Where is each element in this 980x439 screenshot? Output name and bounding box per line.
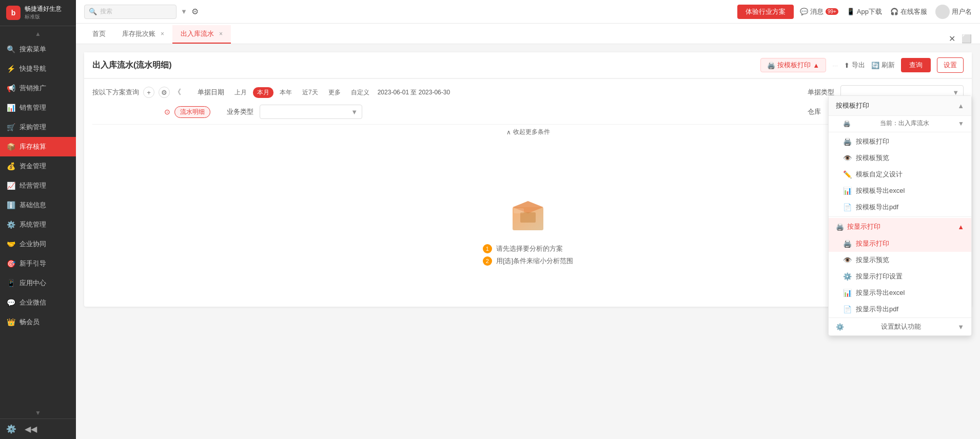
quick-icon: ⚡	[6, 65, 15, 73]
dropdown-preview-icon: 👁️	[843, 154, 852, 162]
topbar-search-box[interactable]: 🔍 搜索	[84, 5, 177, 19]
user-avatar-item[interactable]: 用户名	[935, 5, 972, 19]
collapse-sidebar-icon[interactable]: ◀◀	[25, 424, 37, 434]
sidebar-item-member[interactable]: 👑 畅会员	[0, 312, 76, 332]
date-tab-7days[interactable]: 近7天	[298, 87, 322, 98]
tag-icon: ⊙	[164, 108, 170, 116]
template-print-chevron: ▲	[813, 62, 819, 69]
system-icon: ⚙️	[6, 221, 15, 229]
sidebar-item-label: 搜索菜单	[19, 45, 46, 54]
app-download-item[interactable]: 📱 App下载	[847, 7, 882, 16]
tab-inout-close-icon[interactable]: ×	[219, 30, 223, 37]
tab-inout-flow[interactable]: 出入库流水 ×	[172, 25, 231, 44]
dropdown-item-label: 按显示预览	[856, 255, 889, 265]
dropdown-printer-icon: 🖨️	[843, 137, 852, 146]
query-button[interactable]: 查询	[901, 58, 931, 72]
main-area: 🔍 搜索 ▼ ⚙ 体验行业方案 💬 消息 99+ 📱 App下载 🎧 在线客服	[76, 0, 980, 439]
dropdown-collapse-icon[interactable]: ▲	[957, 102, 964, 110]
sidebar-item-apps[interactable]: 📱 应用中心	[0, 273, 76, 293]
dropdown-item-template-custom[interactable]: ✏️ 模板自定义设计	[829, 166, 971, 183]
empty-steps: 1 请先选择要分析的方案 2 用[选]条件来缩小分析范围	[483, 244, 573, 266]
filter-tag[interactable]: 流水明细	[174, 106, 210, 118]
refresh-button[interactable]: 🔄 刷新	[871, 61, 895, 70]
headphone-icon: 🎧	[890, 8, 898, 15]
sidebar-item-system[interactable]: ⚙️ 系统管理	[0, 215, 76, 234]
sidebar-item-wechat[interactable]: 💬 企业微信	[0, 293, 76, 312]
export-button[interactable]: ⬆ 导出	[844, 61, 865, 70]
settings-bottom-icon[interactable]: ⚙️	[6, 424, 16, 434]
add-filter-button[interactable]: +	[143, 87, 154, 98]
dropdown-item-template-export-pdf[interactable]: 📄 按模板导出pdf	[829, 199, 971, 215]
dropdown-item-template-preview[interactable]: 👁️ 按模板预览	[829, 150, 971, 166]
dropdown-display-pdf-icon: 📄	[843, 305, 852, 313]
dropdown-item-display-print[interactable]: 🖨️ 按显示打印	[829, 235, 971, 252]
sidebar-item-inventory[interactable]: 📦 库存核算	[0, 137, 76, 156]
topbar-dropdown-icon[interactable]: ▼	[181, 8, 187, 15]
settings-button[interactable]: 设置	[937, 57, 964, 73]
sidebar-item-finance[interactable]: 💰 资金管理	[0, 156, 76, 176]
sidebar-item-basic[interactable]: ℹ️ 基础信息	[0, 195, 76, 215]
sidebar-item-guide[interactable]: 🎯 新手引导	[0, 254, 76, 273]
business-type-dropdown[interactable]: ▼	[260, 105, 362, 119]
sidebar-item-label: 新手引导	[19, 259, 46, 268]
avatar	[935, 5, 950, 19]
export-icon: ⬆	[844, 62, 850, 69]
sales-icon: 📊	[6, 104, 15, 112]
printer-small-icon: 🖨️	[843, 120, 851, 127]
sidebar-item-quick[interactable]: ⚡ 快捷导航	[0, 59, 76, 78]
date-tab-more[interactable]: 更多	[324, 87, 345, 98]
topbar-gear-icon[interactable]: ⚙	[191, 7, 199, 16]
scroll-up-indicator: ▲	[0, 28, 76, 39]
date-tab-this-year[interactable]: 本年	[276, 87, 296, 98]
tabs-close-all-btn[interactable]: ✕	[949, 34, 955, 44]
date-tab-this-month[interactable]: 本月	[253, 87, 273, 98]
dropdown-item-display-export-pdf[interactable]: 📄 按显示导出pdf	[829, 301, 971, 317]
dropdown-item-template-print[interactable]: 🖨️ 按模板打印	[829, 133, 971, 150]
tabs-expand-btn[interactable]: ⬜	[962, 34, 972, 44]
display-printer-icon: 🖨️	[836, 223, 844, 231]
sidebar-item-search[interactable]: 🔍 搜索菜单	[0, 39, 76, 59]
filter-collapse-icon[interactable]: 《	[174, 88, 181, 97]
dropdown-current-item[interactable]: 🖨️ 当前：出入库流水 ▼	[829, 116, 971, 131]
sidebar-item-label: 系统管理	[19, 220, 46, 229]
dropdown-divider-1	[829, 132, 971, 132]
date-tab-custom[interactable]: 自定义	[347, 87, 374, 98]
dropdown-item-label: 按模板导出pdf	[856, 203, 898, 212]
dropdown-item-display-preview[interactable]: 👁️ 按显示预览	[829, 252, 971, 268]
filter-label: 按以下方案查询	[92, 88, 139, 97]
sidebar-item-operation[interactable]: 📈 经营管理	[0, 176, 76, 195]
basic-icon: ℹ️	[6, 201, 15, 209]
dropdown-item-template-export-excel[interactable]: 📊 按模板导出excel	[829, 183, 971, 199]
page-content: 出入库流水(流水明细) 🖨️ 按模板打印 ▲ ··· ⬆ 导出 🔄 刷新	[76, 44, 980, 439]
svg-rect-2	[520, 212, 536, 223]
step-2-num: 2	[483, 256, 492, 266]
trial-button[interactable]: 体验行业方案	[737, 5, 794, 19]
tab-bar: 首页 库存批次账 × 出入库流水 × ✕ ⬜	[76, 24, 980, 44]
dropdown-item-display-settings[interactable]: ⚙️ 按显示打印设置	[829, 268, 971, 285]
sidebar-item-purchase[interactable]: 🛒 采购管理	[0, 117, 76, 137]
date-tab-last-month[interactable]: 上月	[230, 87, 251, 98]
sidebar-item-sales[interactable]: 📊 销售管理	[0, 98, 76, 117]
tab-home[interactable]: 首页	[84, 25, 114, 44]
message-item[interactable]: 💬 消息 99+	[800, 7, 838, 16]
tab-batch-close-icon[interactable]: ×	[161, 30, 164, 37]
collapse-more-label: 收起更多条件	[513, 128, 550, 136]
dropdown-footer-settings[interactable]: ⚙️ 设置默认功能 ▼	[829, 317, 971, 335]
sidebar-item-label: 企业微信	[19, 298, 46, 307]
filter-settings-button[interactable]: ⚙	[159, 87, 170, 98]
dropdown-item-display-export-excel[interactable]: 📊 按显示导出excel	[829, 285, 971, 301]
sidebar-item-label: 基础信息	[19, 201, 46, 210]
dropdown-item-label: 按模板打印	[856, 137, 889, 146]
tab-batch-account[interactable]: 库存批次账 ×	[114, 25, 172, 44]
dropdown-display-section-toggle[interactable]: 🖨️ 按显示打印 ▲	[829, 218, 971, 235]
dropdown-item-label: 模板自定义设计	[856, 170, 903, 179]
finance-icon: 💰	[6, 162, 15, 170]
logo-icon: b	[6, 6, 21, 20]
operation-icon: 📈	[6, 182, 15, 190]
current-label: 当前：出入库流水	[880, 119, 929, 128]
online-service-item[interactable]: 🎧 在线客服	[890, 7, 927, 16]
sidebar-item-collab[interactable]: 🤝 企业协同	[0, 234, 76, 254]
main-nav: 🔍 搜索菜单 ⚡ 快捷导航 📢 营销推广 📊 销售管理 🛒 采购管理 📦 库存核…	[0, 39, 76, 407]
sidebar-item-marketing[interactable]: 📢 营销推广	[0, 78, 76, 98]
template-print-button[interactable]: 🖨️ 按模板打印 ▲	[760, 58, 826, 72]
